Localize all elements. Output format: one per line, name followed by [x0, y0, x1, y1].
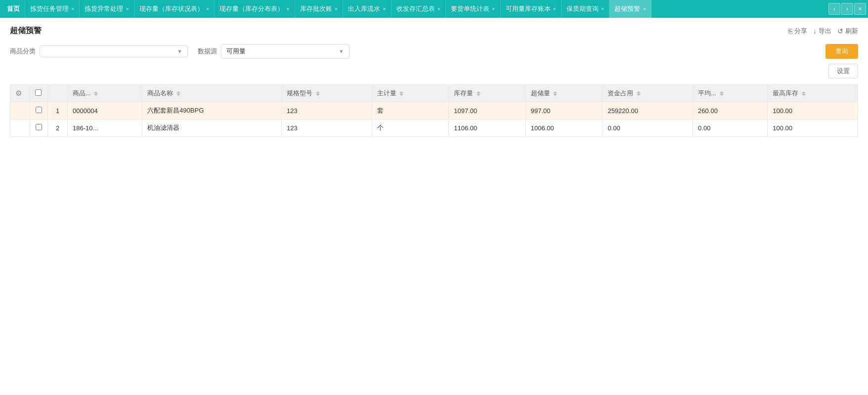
sort-capital-icon	[637, 91, 641, 96]
table-row: 1 0000004 六配套新昌490BPG 123 套 1097.00 997.…	[10, 102, 858, 119]
row-product-code: 0000004	[68, 102, 142, 119]
col-stock[interactable]: 库存量	[449, 85, 526, 102]
nav-arrow-left[interactable]: ‹	[828, 3, 840, 15]
export-button[interactable]: ↓ 导出	[813, 27, 831, 36]
nav-order-stats-label: 要货单统计表	[451, 4, 489, 13]
export-icon: ↓	[813, 27, 817, 35]
export-label: 导出	[819, 27, 831, 36]
row-num: 1	[48, 102, 68, 119]
col-product-name[interactable]: 商品名称	[142, 85, 282, 102]
nav-item-collect-summary[interactable]: 收发存汇总表 ×	[391, 0, 446, 18]
settings-button[interactable]: 设置	[828, 64, 858, 79]
nav-abnormal-close[interactable]: ×	[126, 6, 129, 12]
nav-available-account-close[interactable]: ×	[553, 6, 556, 12]
row-checkbox[interactable]	[36, 107, 42, 113]
datasource-filter-group: 数据源 可用量 ▼	[198, 44, 349, 59]
col-gear: ⚙	[10, 85, 30, 102]
nav-arrow-right[interactable]: ›	[841, 3, 853, 15]
nav-inventory-dist-close[interactable]: ×	[286, 6, 289, 12]
col-overstock[interactable]: 超储量	[525, 85, 603, 102]
filter-bar: 商品分类 ▼ 数据源 可用量 ▼ 查询 设置	[10, 44, 858, 79]
row-gear	[10, 119, 30, 137]
nav-inventory-status-close[interactable]: ×	[206, 6, 209, 12]
col-capital[interactable]: 资金占用	[603, 85, 693, 102]
sort-avg-icon	[720, 91, 724, 96]
col-max-stock[interactable]: 最高库存	[768, 85, 858, 102]
row-capital: 259220.00	[603, 102, 693, 119]
nav-order-stats-close[interactable]: ×	[492, 6, 495, 12]
nav-item-home[interactable]: 首页	[2, 0, 25, 18]
nav-batch-account-close[interactable]: ×	[335, 6, 338, 12]
table-body: 1 0000004 六配套新昌490BPG 123 套 1097.00 997.…	[10, 102, 858, 137]
nav-expiry-close[interactable]: ×	[601, 6, 604, 12]
row-checkbox-cell	[30, 102, 48, 119]
nav-overstock-label: 超储预警	[614, 4, 640, 13]
filter-left: 商品分类 ▼ 数据源 可用量 ▼	[10, 44, 816, 59]
nav-item-expiry[interactable]: 保质期查询 ×	[562, 0, 609, 18]
row-checkbox[interactable]	[36, 124, 42, 130]
header-actions: ⎘ 分享 ↓ 导出 ↺ 刷新	[788, 27, 858, 36]
category-filter-group: 商品分类 ▼	[10, 45, 188, 57]
col-avg[interactable]: 平均...	[693, 85, 768, 102]
sort-unit-icon	[399, 91, 403, 96]
table-header: ⚙ 商品... 商品名称 规格型号	[10, 85, 858, 102]
nav-collect-summary-label: 收发存汇总表	[396, 4, 435, 13]
nav-item-overstock[interactable]: 超储预警 ×	[609, 0, 651, 18]
row-checkbox-cell	[30, 119, 48, 137]
nav-item-inventory-dist[interactable]: 现存量（库存分布表） ×	[215, 0, 295, 18]
nav-available-account-label: 可用量库存账本	[506, 4, 551, 13]
nav-inventory-status-label: 现存量（库存状况表）	[139, 4, 204, 13]
nav-item-task-mgmt[interactable]: 拣货任务管理 ×	[25, 0, 80, 18]
share-button[interactable]: ⎘ 分享	[788, 27, 807, 36]
row-max-stock: 100.00	[768, 119, 858, 137]
nav-task-mgmt-close[interactable]: ×	[71, 6, 74, 12]
nav-inout-flow-label: 出入库流水	[348, 4, 380, 13]
page-title: 超储预警	[10, 26, 42, 36]
nav-item-batch-account[interactable]: 库存批次账 ×	[295, 0, 343, 18]
datasource-select[interactable]: 可用量 ▼	[221, 44, 349, 59]
col-unit[interactable]: 主计量	[372, 85, 449, 102]
row-product-name: 六配套新昌490BPG	[142, 102, 282, 119]
nav-item-order-stats[interactable]: 要货单统计表 ×	[446, 0, 500, 18]
page-header: 超储预警 ⎘ 分享 ↓ 导出 ↺ 刷新	[10, 26, 858, 36]
sort-stock-icon	[477, 91, 480, 96]
sort-max-stock-icon	[802, 91, 806, 96]
nav-inout-flow-close[interactable]: ×	[383, 6, 386, 12]
nav-expiry-label: 保质期查询	[566, 4, 599, 13]
row-overstock: 1006.00	[525, 119, 603, 137]
row-gear	[10, 102, 30, 119]
nav-item-abnormal[interactable]: 拣货异常处理 ×	[80, 0, 134, 18]
row-overstock: 997.00	[525, 102, 603, 119]
table-header-row: ⚙ 商品... 商品名称 规格型号	[10, 85, 858, 102]
col-product-code[interactable]: 商品...	[68, 85, 142, 102]
select-all-checkbox[interactable]	[35, 89, 42, 96]
share-label: 分享	[794, 27, 807, 36]
nav-item-available-account[interactable]: 可用量库存账本 ×	[501, 0, 562, 18]
gear-settings-icon[interactable]: ⚙	[15, 89, 22, 97]
share-icon: ⎘	[788, 27, 792, 35]
row-product-name: 机油滤清器	[142, 119, 282, 137]
nav-task-mgmt-label: 拣货任务管理	[30, 4, 69, 13]
nav-inventory-dist-label: 现存量（库存分布表）	[219, 4, 284, 13]
col-spec[interactable]: 规格型号	[281, 85, 372, 102]
main-content: 超储预警 ⎘ 分享 ↓ 导出 ↺ 刷新 商品分类 ▼	[0, 18, 868, 395]
col-num	[48, 85, 68, 102]
row-max-stock: 100.00	[768, 102, 858, 119]
datasource-select-value: 可用量	[226, 47, 246, 56]
nav-arrow-close[interactable]: ×	[854, 3, 866, 15]
nav-abnormal-label: 拣货异常处理	[85, 4, 123, 13]
refresh-button[interactable]: ↺ 刷新	[837, 27, 858, 36]
nav-item-inventory-status[interactable]: 现存量（库存状况表） ×	[134, 0, 215, 18]
nav-home-label: 首页	[7, 4, 20, 13]
category-select[interactable]: ▼	[40, 45, 188, 57]
row-capital: 0.00	[603, 119, 693, 137]
top-navigation: 首页 拣货任务管理 × 拣货异常处理 × 现存量（库存状况表） × 现存量（库存…	[0, 0, 868, 18]
nav-overstock-close[interactable]: ×	[643, 6, 646, 12]
query-button[interactable]: 查询	[825, 44, 858, 59]
category-dropdown-icon: ▼	[177, 48, 182, 54]
row-product-code: 186-10...	[68, 119, 142, 137]
nav-item-inout-flow[interactable]: 出入库流水 ×	[343, 0, 391, 18]
nav-collect-summary-close[interactable]: ×	[437, 6, 440, 12]
sort-product-code-icon	[94, 91, 98, 96]
row-num: 2	[48, 119, 68, 137]
